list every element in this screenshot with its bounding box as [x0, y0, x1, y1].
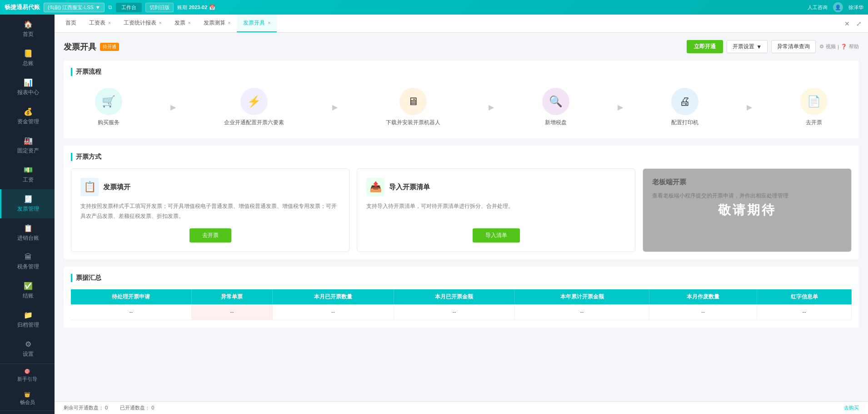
process-steps: 🛒购买服务▶⚡企业开通配置开票六要素▶🖥下载并安装开票机器人▶🔍新增税盘▶🖨配置… [71, 83, 852, 131]
summary-column-header: 本月已开票金额 [394, 289, 514, 304]
sidebar-item-archive[interactable]: 📁归档管理 [0, 305, 55, 334]
dropdown-icon: ▼ [95, 5, 100, 10]
tab-salary-stats[interactable]: 工资统计报表× [117, 15, 168, 32]
company-name: (勾副) 江西服宝-LSS [48, 4, 94, 11]
tab-invoice-calc[interactable]: 发票测算× [197, 15, 237, 32]
import-billing-card: 📤 导入开票清单 支持导入待开票清单，可对待开票清单进行拆分、合并处理。 导入清… [357, 168, 635, 252]
summary-section: 票据汇总 待处理开票申请异常单票本月已开票数量本月已开票金额本年累计开票金额本月… [64, 267, 859, 328]
old-version-button[interactable]: 切到旧版 [145, 3, 174, 12]
process-step-config-printer[interactable]: 🖨配置打印机 [671, 88, 698, 126]
process-step-add-taxboard[interactable]: 🔍新增税盘 [542, 88, 569, 126]
sidebar-item-settlement[interactable]: ✅结账 [0, 276, 55, 305]
manual-billing-card: 📋 发票填开 支持按照发票样式手工填写开发票；可开具增值税电子普通发票、增值税普… [71, 168, 349, 252]
sidebar-item-purchase[interactable]: 📋进销台账 [0, 218, 55, 247]
go-invoice-button[interactable]: 去开票 [190, 228, 231, 242]
copy-icon[interactable]: ⧉ [108, 4, 112, 10]
sidebar: 🏠首页📒总账📊报表中心💰资金管理🏭固定资产💵工资🧾发票管理📋进销台账🏛税务管理✅… [0, 15, 55, 414]
summary-data-cell: -- [757, 304, 852, 320]
company-selector[interactable]: (勾副) 江西服宝-LSS ▼ [44, 3, 105, 12]
summary-data-cell: -- [71, 304, 191, 320]
workspace-button[interactable]: 工作台 [116, 3, 142, 12]
sidebar-item-funds[interactable]: 💰资金管理 [0, 102, 55, 131]
summary-column-header: 本月已开票数量 [273, 289, 394, 304]
tab-close-salary-stats[interactable]: × [159, 20, 162, 25]
tab-close-invoice[interactable]: × [188, 20, 191, 25]
newbie-icon: 🎯 [24, 369, 30, 374]
sidebar-label-reports: 报表中心 [17, 89, 39, 96]
step-arrow: ▶ [332, 103, 338, 111]
summary-column-header: 待处理开票申请 [71, 289, 191, 304]
tab-home[interactable]: 首页 [59, 15, 83, 32]
settings-dropdown-icon: ▼ [756, 44, 762, 50]
page-content: 发票开具 待开通 立即开通 开票设置 ▼ 异常清单查询 ⚙ 视频 | ❓ [55, 33, 868, 401]
manual-card-icon: 📋 [80, 178, 99, 196]
close-all-tabs-button[interactable]: ✕ [843, 19, 852, 28]
abnormal-query-button[interactable]: 异常清单查询 [771, 40, 816, 53]
coming-soon-text: 敬请期待 [718, 202, 776, 219]
sidebar-label-funds: 资金管理 [17, 118, 39, 126]
sidebar-item-assets[interactable]: 🏭固定资产 [0, 131, 55, 160]
sidebar-label-tax: 税务管理 [17, 263, 39, 271]
manual-card-header: 📋 发票填开 [80, 178, 340, 196]
page-header: 发票开具 待开通 立即开通 开票设置 ▼ 异常清单查询 ⚙ 视频 | ❓ [64, 40, 859, 53]
period-display: 账期 2023-02 📅 [177, 4, 215, 11]
tab-label-invoice-tools: 发票开具 [243, 19, 265, 27]
page-title-row: 发票开具 待开通 [64, 41, 119, 52]
sidebar-item-newbie[interactable]: 🎯新手引导 [0, 364, 55, 387]
home-icon: 🏠 [24, 20, 33, 29]
buy-link[interactable]: 去购买 [844, 404, 859, 411]
tab-salary-table[interactable]: 工资表× [83, 15, 117, 32]
calendar-icon[interactable]: 📅 [209, 5, 215, 10]
pin-button[interactable]: 📌 取消固定 [0, 410, 55, 414]
sidebar-item-invoices[interactable]: 🧾发票管理 [0, 189, 55, 218]
invoices-icon: 🧾 [24, 195, 33, 203]
immediate-open-button[interactable]: 立即开通 [687, 40, 723, 53]
consultant-link[interactable]: 人工咨询 [808, 4, 828, 11]
ledger-icon: 📒 [24, 49, 33, 58]
tab-close-salary-table[interactable]: × [108, 20, 111, 25]
user-name[interactable]: 徐泽华 [848, 4, 863, 11]
sidebar-bottom: 🎯新手引导👑畅会员 [0, 364, 55, 410]
summary-column-header: 本年累计开票金额 [515, 289, 649, 304]
old-terminal-card: 敬请期待 老板端开票 查看老板端小程序提交的开票申请，并作出相应处理管理 [643, 168, 852, 252]
tab-actions: ✕ ⤢ [843, 19, 863, 28]
member-icon: 👑 [24, 392, 30, 398]
sidebar-item-ledger[interactable]: 📒总账 [0, 44, 55, 73]
restore-window-button[interactable]: ⤢ [854, 19, 863, 28]
tab-label-salary-table: 工资表 [89, 19, 105, 27]
sidebar-item-settings[interactable]: ⚙设置 [0, 334, 55, 364]
process-step-open-invoice[interactable]: 📄去开票 [800, 88, 828, 126]
billing-methods-container: 📋 发票填开 支持按照发票样式手工填写开发票；可开具增值税电子普通发票、增值税普… [71, 168, 852, 252]
remaining-info: 剩余可开通数盘： 0 已开通数盘： 0 [64, 404, 154, 411]
settings-button[interactable]: 开票设置 ▼ [727, 40, 768, 53]
top-bar-right: 人工咨询 👤 徐泽华 [808, 2, 863, 12]
tab-close-invoice-tools[interactable]: × [268, 20, 270, 25]
download-label: 下载并安装开票机器人 [386, 119, 440, 126]
sidebar-item-home[interactable]: 🏠首页 [0, 15, 55, 44]
help-icons: ⚙ 视频 | ❓ 帮助 [819, 43, 859, 50]
step-arrow: ▶ [489, 103, 494, 111]
tab-close-invoice-calc[interactable]: × [228, 20, 231, 25]
import-list-button[interactable]: 导入清单 [473, 228, 520, 242]
process-step-buy-service[interactable]: 🛒购买服务 [95, 88, 122, 126]
tab-invoice[interactable]: 发票× [168, 15, 197, 32]
sidebar-item-tax[interactable]: 🏛税务管理 [0, 247, 55, 276]
sidebar-label-purchase: 进销台账 [17, 234, 39, 242]
summary-data-cell: -- [191, 304, 272, 320]
summary-table-head: 待处理开票申请异常单票本月已开票数量本月已开票金额本年累计开票金额本月作废数量红… [71, 289, 852, 304]
sidebar-label-settlement: 结账 [23, 292, 34, 300]
step-arrow: ▶ [747, 103, 752, 111]
import-card-icon: 📤 [366, 178, 384, 196]
import-card-action: 导入清单 [366, 228, 626, 242]
tab-invoice-tools[interactable]: 发票开具× [237, 15, 277, 32]
manual-card-desc: 支持按照发票样式手工填写开发票；可开具增值税电子普通发票、增值税普通发票、增值税… [80, 202, 340, 221]
top-bar: 畅捷通易代账 (勾副) 江西服宝-LSS ▼ ⧉ 工作台 切到旧版 账期 202… [0, 0, 868, 15]
process-step-config[interactable]: ⚡企业开通配置开票六要素 [224, 88, 284, 126]
process-step-download[interactable]: 🖥下载并安装开票机器人 [386, 88, 440, 126]
summary-section-title: 票据汇总 [71, 274, 852, 282]
sidebar-label-archive: 归档管理 [17, 321, 39, 329]
summary-column-header: 本月作废数量 [649, 289, 757, 304]
sidebar-item-member[interactable]: 👑畅会员 [0, 387, 55, 410]
sidebar-item-salary[interactable]: 💵工资 [0, 160, 55, 189]
sidebar-item-reports[interactable]: 📊报表中心 [0, 73, 55, 102]
